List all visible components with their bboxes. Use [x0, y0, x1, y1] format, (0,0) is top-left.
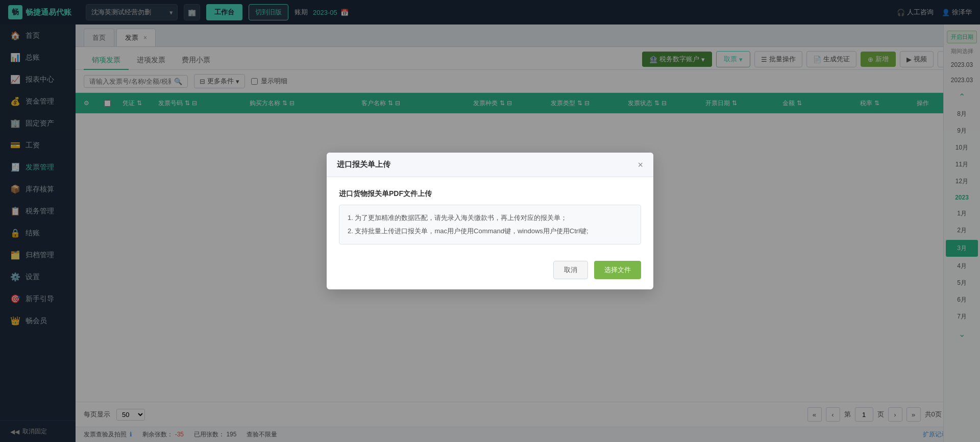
import-customs-modal: 进口报关单上传 × 进口货物报关单PDF文件上传 1. 为了更加精准的数据匹配，… — [327, 153, 653, 289]
modal-select-file-button[interactable]: 选择文件 — [594, 261, 641, 279]
modal-title: 进口报关单上传 — [337, 160, 390, 169]
modal-info-line-1: 1. 为了更加精准的数据匹配，请先录入海关缴款书，再上传对应的报关单； — [348, 211, 632, 225]
modal-cancel-button[interactable]: 取消 — [553, 261, 588, 279]
modal-header: 进口报关单上传 × — [327, 153, 653, 177]
modal-body: 进口货物报关单PDF文件上传 1. 为了更加精准的数据匹配，请先录入海关缴款书，… — [327, 177, 653, 253]
modal-info-line-2: 2. 支持批量上传进口报关单，mac用户使用Command键，windows用户… — [348, 225, 632, 238]
modal-overlay: 进口报关单上传 × 进口货物报关单PDF文件上传 1. 为了更加精准的数据匹配，… — [0, 0, 980, 442]
modal-info-box: 1. 为了更加精准的数据匹配，请先录入海关缴款书，再上传对应的报关单； 2. 支… — [339, 205, 641, 244]
modal-close-button[interactable]: × — [638, 160, 643, 169]
modal-footer: 取消 选择文件 — [327, 253, 653, 289]
modal-section-title: 进口货物报关单PDF文件上传 — [339, 189, 641, 199]
